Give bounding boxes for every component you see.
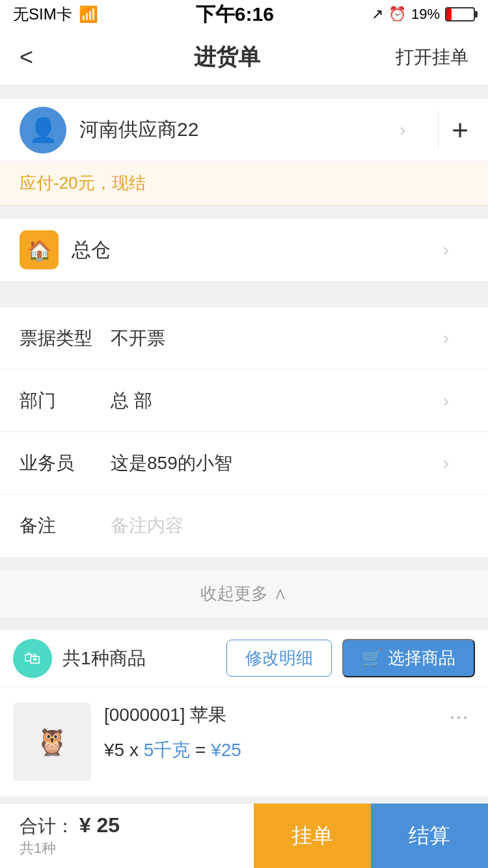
salesperson-chevron: › <box>443 453 449 474</box>
supplier-divider <box>438 111 439 150</box>
product-quantity: 5千克 <box>144 740 191 760</box>
form-section: 票据类型 不开票 › 部门 总 部 › 业务员 这是859的小智 › 备注 备注… <box>0 307 488 557</box>
warehouse-name: 总仓 <box>72 237 443 264</box>
salesperson-value: 这是859的小智 <box>98 451 443 476</box>
select-product-icon: 🛒 <box>362 648 383 668</box>
product-thumb-icon: 🦉 <box>36 727 68 757</box>
remark-row[interactable]: 备注 备注内容 <box>0 495 488 557</box>
product-total: ¥25 <box>211 740 241 760</box>
checkout-button[interactable]: 结算 <box>371 804 488 869</box>
warehouse-chevron-icon: › <box>443 239 449 260</box>
remark-label: 备注 <box>20 513 98 538</box>
bottom-bar: 合计： ¥ 25 共1种 挂单 结算 <box>0 803 488 868</box>
status-bar-right: ↗ ⏰ 19% <box>372 6 475 23</box>
supplier-name: 河南供应商22 <box>79 116 400 143</box>
product-name: [0000001] 苹果 <box>104 703 442 727</box>
supplier-chevron-icon: › <box>400 120 405 141</box>
total-label: 合计： <box>20 816 74 836</box>
battery-icon <box>445 7 475 21</box>
avatar-icon: 👤 <box>29 116 58 144</box>
invoice-type-row[interactable]: 票据类型 不开票 › <box>0 307 488 370</box>
product-info: [0000001] 苹果 ¥5 x 5千克 = ¥25 <box>104 703 442 763</box>
select-product-label: 选择商品 <box>388 647 455 670</box>
supplier-section[interactable]: 👤 河南供应商22 › + <box>0 99 488 161</box>
invoice-type-label: 票据类型 <box>20 326 98 351</box>
carrier-label: 无SIM卡 <box>13 4 72 25</box>
products-section: 🛍 共1种商品 修改明细 🛒 选择商品 🦉 [0000001] 苹果 ¥5 x … <box>0 630 488 797</box>
department-value: 总 部 <box>98 388 443 413</box>
form-divider <box>0 281 488 294</box>
pending-button[interactable]: 挂单 <box>254 804 371 869</box>
bag-icon: 🛍 <box>24 648 41 668</box>
add-supplier-button[interactable]: + <box>452 114 468 146</box>
product-unit-price: ¥5 x <box>104 740 144 760</box>
total-amount: ¥ 25 <box>79 813 120 837</box>
page-title: 进货单 <box>194 42 260 72</box>
status-bar: 无SIM卡 📶 下午6:16 ↗ ⏰ 19% <box>0 0 488 29</box>
top-divider <box>0 86 488 99</box>
products-count: 共1种商品 <box>62 646 226 671</box>
back-button[interactable]: < <box>20 44 59 71</box>
total-section: 合计： ¥ 25 共1种 <box>0 813 254 858</box>
product-price-row: ¥5 x 5千克 = ¥25 <box>104 738 442 763</box>
products-icon: 🛍 <box>13 639 52 678</box>
warehouse-section[interactable]: 🏠 总仓 › <box>0 219 488 281</box>
product-item: 🦉 [0000001] 苹果 ¥5 x 5千克 = ¥25 ··· <box>0 687 488 797</box>
department-chevron: › <box>443 390 449 411</box>
time-label: 下午6:16 <box>196 1 274 28</box>
supplier-notice: 应付-20元，现结 <box>0 161 488 206</box>
product-thumbnail: 🦉 <box>13 703 91 781</box>
collapse-bar[interactable]: 收起更多 ∧ <box>0 570 488 617</box>
remark-input[interactable]: 备注内容 <box>98 513 468 538</box>
salesperson-label: 业务员 <box>20 451 98 476</box>
alarm-icon: ⏰ <box>388 6 406 23</box>
total-row: 合计： ¥ 25 <box>20 813 234 839</box>
edit-detail-button[interactable]: 修改明细 <box>226 640 332 677</box>
products-header: 🛍 共1种商品 修改明细 🛒 选择商品 <box>0 630 488 687</box>
warehouse-icon: 🏠 <box>20 230 59 269</box>
warehouse-home-icon: 🏠 <box>27 239 51 262</box>
product-code: [0000001] 苹果 <box>104 705 226 725</box>
wifi-icon: 📶 <box>79 5 98 23</box>
battery-percentage: 19% <box>411 6 440 23</box>
supplier-avatar: 👤 <box>20 107 66 154</box>
open-pending-button[interactable]: 打开挂单 <box>396 45 468 70</box>
invoice-type-chevron: › <box>443 328 449 349</box>
invoice-type-value: 不开票 <box>98 326 443 351</box>
salesperson-row[interactable]: 业务员 这是859的小智 › <box>0 432 488 495</box>
product-equals: = <box>190 740 211 760</box>
select-product-button[interactable]: 🛒 选择商品 <box>342 639 475 677</box>
collapse-label: 收起更多 ∧ <box>200 582 287 605</box>
department-label: 部门 <box>20 388 98 413</box>
department-row[interactable]: 部门 总 部 › <box>0 370 488 432</box>
product-more-button[interactable]: ··· <box>442 703 475 730</box>
location-icon: ↗ <box>372 6 383 23</box>
status-bar-left: 无SIM卡 📶 <box>13 4 98 25</box>
nav-bar: < 进货单 打开挂单 <box>0 29 488 86</box>
total-count: 共1种 <box>20 839 234 858</box>
